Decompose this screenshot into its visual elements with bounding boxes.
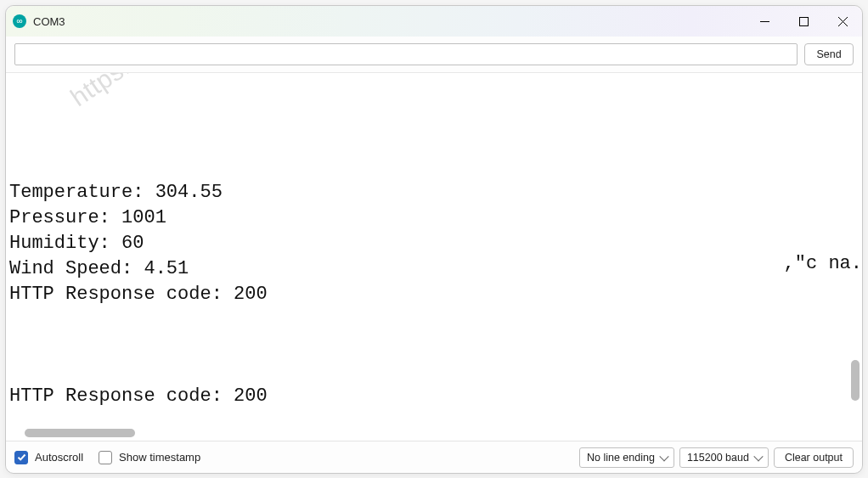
serial-output[interactable]: Temperature: 304.55 Pressure: 1001 Humid… bbox=[6, 73, 850, 434]
line-ending-value: No line ending bbox=[587, 452, 655, 464]
horizontal-scrollbar[interactable] bbox=[9, 429, 850, 437]
title-bar[interactable]: COM3 bbox=[6, 6, 862, 37]
command-input[interactable] bbox=[14, 43, 798, 65]
minimize-button[interactable] bbox=[745, 6, 784, 37]
show-timestamp-checkbox[interactable] bbox=[99, 451, 112, 464]
window-controls bbox=[745, 6, 862, 37]
svg-rect-1 bbox=[799, 17, 808, 25]
command-row: Send bbox=[6, 37, 862, 73]
maximize-button[interactable] bbox=[784, 6, 823, 37]
window-title: COM3 bbox=[33, 15, 65, 28]
vertical-scrollbar-thumb[interactable] bbox=[851, 360, 860, 401]
baud-rate-value: 115200 baud bbox=[687, 452, 749, 464]
horizontal-scrollbar-thumb[interactable] bbox=[25, 429, 135, 437]
line-ending-select[interactable]: No line ending bbox=[579, 447, 674, 468]
arduino-icon bbox=[13, 14, 26, 28]
autoscroll-label[interactable]: Autoscroll bbox=[35, 451, 83, 464]
send-button[interactable]: Send bbox=[804, 43, 854, 65]
console-area: https://microdigisoft.com - 19:16 Temper… bbox=[6, 73, 862, 441]
close-button[interactable] bbox=[823, 6, 862, 37]
clear-output-button[interactable]: Clear output bbox=[774, 447, 854, 468]
autoscroll-checkbox[interactable] bbox=[14, 451, 28, 464]
show-timestamp-label[interactable]: Show timestamp bbox=[119, 451, 200, 464]
status-bar: Autoscroll Show timestamp No line ending… bbox=[6, 441, 862, 473]
baud-rate-select[interactable]: 115200 baud bbox=[679, 447, 769, 468]
vertical-scrollbar[interactable] bbox=[851, 73, 860, 434]
serial-monitor-window: COM3 Send https://microdigisoft.com - 19… bbox=[5, 5, 863, 474]
